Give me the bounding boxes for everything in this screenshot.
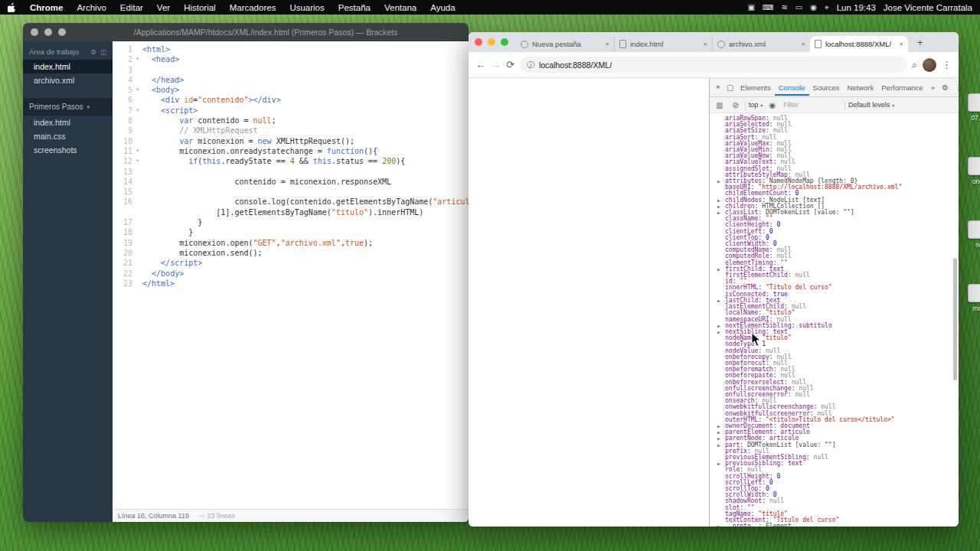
inspect-icon[interactable]: ⌖ [713, 83, 724, 92]
menubar-clock[interactable]: Lun 19:43 [837, 3, 876, 12]
tab-close-icon[interactable]: ✕ [899, 41, 903, 47]
project-file[interactable]: screenshots [23, 143, 113, 157]
brackets-titlebar[interactable]: /Applications/MAMP/htdocs/XML/index.html… [23, 23, 469, 41]
new-tab-button[interactable]: + [913, 37, 928, 48]
devtools-tab[interactable]: Console [775, 80, 809, 96]
spotlight-icon[interactable]: ⌖ [825, 3, 829, 12]
working-file[interactable]: archivo.xml [23, 73, 113, 87]
expand-arrow-icon[interactable]: ▶ [717, 435, 725, 442]
devtools-tab[interactable]: Network [843, 80, 877, 96]
minimize-button[interactable] [488, 38, 495, 46]
gear-icon[interactable]: ⚙ [90, 48, 96, 56]
apple-menu[interactable] [8, 2, 18, 12]
control-center-icon[interactable]: ◉ [810, 3, 817, 11]
clear-console-icon[interactable]: ⊘ [729, 101, 741, 109]
page-content[interactable] [469, 78, 709, 527]
console-sidebar-icon[interactable]: ▥ [713, 101, 726, 109]
split-view-icon[interactable]: ◫ [100, 48, 106, 56]
expand-arrow-icon[interactable]: ▶ [717, 442, 725, 448]
menu-item[interactable]: Usuarios [283, 3, 331, 12]
fold-arrow-icon[interactable]: ▾ [132, 85, 142, 95]
address-bar[interactable]: ⓘ localhost:8888/XML/ [520, 57, 906, 73]
tab-close-icon[interactable]: ✕ [801, 41, 805, 47]
gear-icon[interactable]: ⚙ [939, 83, 952, 92]
devtools-tab[interactable]: Sources [809, 80, 844, 96]
scrollbar-thumb[interactable] [953, 258, 957, 380]
devtools-tab[interactable]: Elements [737, 80, 775, 96]
devtools-tab[interactable]: Performance [877, 80, 926, 96]
battery-icon[interactable]: ▭ [795, 3, 802, 11]
expand-arrow-icon[interactable]: ▶ [717, 197, 725, 204]
menu-item[interactable]: Historial [177, 3, 223, 12]
fold-arrow-icon[interactable]: ▾ [132, 156, 142, 166]
browser-tab[interactable]: Nueva pestaña ✕ [516, 36, 614, 52]
expand-arrow-icon[interactable]: ▶ [717, 204, 725, 210]
desktop-icon[interactable]: no [968, 220, 980, 249]
search-icon[interactable]: ⌕ [912, 59, 917, 71]
fold-arrow-icon [132, 187, 142, 197]
zoom-button[interactable] [501, 38, 508, 46]
code-token [142, 96, 161, 104]
close-button[interactable] [31, 28, 38, 36]
desktop-icon[interactable]: mon [968, 284, 980, 312]
menubar-user-menu[interactable]: Jose Vicente Carratala [884, 3, 972, 12]
minimize-button[interactable] [44, 28, 52, 36]
expand-arrow-icon[interactable]: ▶ [717, 266, 725, 272]
browser-tab[interactable]: index.html ✕ [614, 36, 712, 52]
devtools-tab[interactable]: » [927, 80, 939, 96]
menu-item[interactable]: Editar [113, 3, 150, 12]
code-area[interactable]: 1<html>2▾ <head>34 </head>5▾ <body>6 <di… [113, 41, 469, 509]
project-file[interactable]: index.html [23, 116, 113, 129]
menu-item[interactable]: Marcadores [223, 3, 283, 12]
menu-item[interactable]: Archivo [70, 3, 113, 12]
expand-arrow-icon[interactable]: ▶ [717, 461, 725, 467]
page-info-icon[interactable]: ⓘ [527, 60, 534, 70]
forward-button[interactable]: → [491, 59, 501, 70]
menu-item[interactable]: Ayuda [423, 3, 462, 12]
menu-kebab-icon[interactable]: ⋮ [942, 59, 952, 70]
menu-item[interactable]: Pestaña [332, 3, 377, 12]
fold-arrow-icon[interactable]: ▾ [132, 54, 142, 64]
expand-arrow-icon[interactable]: ▶ [717, 429, 725, 435]
desktop-icon[interactable]: 07.21 [968, 93, 980, 122]
expand-arrow-icon [717, 386, 725, 392]
kebab-menu-icon[interactable]: ⋮ [952, 83, 959, 92]
tab-close-icon[interactable]: ✕ [605, 41, 609, 47]
console-output[interactable]: ariaRowSpan: nullariaSelected: nullariaS… [710, 113, 959, 527]
expand-arrow-icon [717, 417, 725, 423]
expand-arrow-icon[interactable]: ▶ [717, 423, 725, 429]
working-file[interactable]: index.html [23, 60, 113, 73]
reload-button[interactable]: ⟳ [506, 59, 514, 70]
project-file[interactable]: main.css [23, 129, 113, 143]
desktop-icon[interactable]: ones [968, 157, 980, 185]
expand-arrow-icon[interactable]: ▶ [717, 323, 725, 329]
fold-arrow-icon[interactable]: ▾ [132, 106, 142, 116]
back-button[interactable]: ← [475, 59, 485, 70]
expand-arrow-icon[interactable]: ▶ [717, 298, 725, 304]
expand-arrow-icon[interactable]: ▶ [717, 178, 725, 184]
keyboard-icon[interactable]: ⌨ [763, 3, 773, 11]
expand-arrow-icon[interactable]: ▶ [717, 329, 725, 335]
tab-close-icon[interactable]: ✕ [703, 41, 707, 47]
project-header[interactable]: Primeros Pasos ▾ [23, 98, 113, 116]
zoom-button[interactable] [58, 28, 66, 36]
code-editor[interactable]: 1<html>2▾ <head>34 </head>5▾ <body>6 <di… [113, 41, 469, 522]
browser-tab[interactable]: archivo.xml ✕ [712, 36, 810, 52]
menu-item[interactable]: Chrome [23, 3, 70, 12]
wifi-icon[interactable]: ≋ [781, 3, 787, 11]
menu-item[interactable]: Ventana [377, 3, 423, 12]
expand-arrow-icon[interactable]: ▶ [717, 523, 725, 527]
menu-item[interactable]: Ver [150, 3, 177, 12]
code-token: var [179, 116, 198, 125]
context-selector[interactable]: top ▾ [749, 101, 763, 109]
filter-input[interactable] [782, 100, 841, 109]
expand-arrow-icon[interactable]: ▶ [717, 210, 725, 216]
eye-icon[interactable]: ◉ [766, 101, 779, 109]
display-icon[interactable]: ▣ [748, 3, 755, 11]
close-button[interactable] [475, 38, 482, 46]
profile-avatar[interactable] [923, 58, 936, 72]
fold-arrow-icon[interactable]: ▾ [132, 146, 142, 156]
device-toolbar-icon[interactable]: ▢ [724, 83, 737, 92]
log-level-selector[interactable]: Default levels ▾ [848, 101, 894, 109]
browser-tab[interactable]: localhost:8888/XML/ ✕ [810, 36, 908, 52]
